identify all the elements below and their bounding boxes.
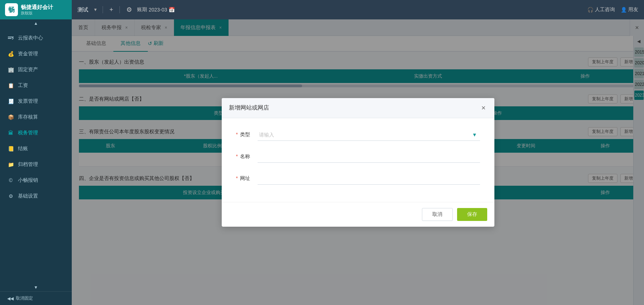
cancel-pin-label: 取消固定 [16,295,33,301]
name-label: * 名称 [236,153,258,160]
sidebar-label-payroll: 工资 [18,82,28,89]
url-input-wrap [258,173,480,185]
topbar-separator [103,6,103,13]
user-menu[interactable]: 👤 用友 [621,6,638,13]
tax-icon: 🏛 [7,129,14,137]
form-group-type: * 类型 ▼ [236,129,480,141]
form-group-name: * 名称 [236,151,480,163]
topbar-separator2 [119,6,120,13]
user-label: 用友 [628,6,638,13]
sidebar-footer[interactable]: ◀◀ 取消固定 [0,291,72,305]
inventory-icon: 📦 [7,114,14,121]
accounting-icon: 📒 [7,145,14,152]
name-input-wrap [258,151,480,163]
sidebar-item-xiaochang[interactable]: © 小畅报销 [0,172,72,188]
type-input[interactable] [258,129,480,141]
sidebar-label-xiaochang: 小畅报销 [18,177,38,184]
fund-icon: 💰 [7,50,14,57]
company-name[interactable]: 测试 [77,6,88,13]
sidebar-label-invoice: 发票管理 [18,98,38,105]
archive-icon: 📁 [7,161,14,168]
type-label: * 类型 [236,131,258,138]
sidebar-label-tax: 税务管理 [18,130,38,136]
headset-icon: 🎧 [587,7,593,13]
cloud-reports-icon [7,34,14,42]
url-required-mark: * [236,175,238,181]
calendar-icon[interactable]: 📅 [169,7,175,13]
topbar: 测试 ▼ + ⚙ 账期 2023-03 📅 🎧 人工咨询 👤 用友 [72,0,644,19]
user-icon: 👤 [621,7,627,13]
company-dropdown-icon[interactable]: ▼ [93,7,98,12]
customer-service[interactable]: 🎧 人工咨询 [587,6,615,13]
sidebar: 畅 畅捷通好会计 旗舰版 ▲ 云报表中心 💰 资金管理 🏢 固定资产 📋 工资 … [0,0,72,305]
sidebar-item-inventory[interactable]: 📦 库存核算 [0,109,72,125]
type-input-wrap: ▼ [258,129,480,141]
form-group-url: * 网址 [236,173,480,185]
logo-sub: 旗舰版 [21,10,53,16]
sidebar-label-inventory: 库存核算 [18,114,38,120]
sidebar-item-basic-settings[interactable]: ⚙ 基础设置 [0,188,72,204]
url-label: * 网址 [236,175,258,182]
add-website-modal: 新增网站或网店 × * 类型 ▼ * 名称 [222,98,494,227]
sidebar-scroll-up[interactable]: ▲ [0,19,72,27]
sidebar-item-invoice[interactable]: 🧾 发票管理 [0,93,72,109]
save-button[interactable]: 保存 [457,208,487,221]
period-display: 账期 2023-03 📅 [137,6,174,13]
sidebar-scroll-down[interactable]: ▼ [0,283,72,291]
modal-body: * 类型 ▼ * 名称 * [222,118,494,202]
add-button[interactable]: + [108,5,115,15]
sidebar-label-fixed: 固定资产 [18,66,38,73]
svg-rect-1 [8,38,11,39]
sidebar-item-archive[interactable]: 📁 归档管理 [0,157,72,172]
sidebar-item-accounting[interactable]: 📒 结账 [0,141,72,157]
service-label: 人工咨询 [595,6,615,13]
modal-title: 新增网站或网店 [229,104,269,112]
sidebar-item-payroll[interactable]: 📋 工资 [0,78,72,93]
sidebar-label-accounting: 结账 [18,145,28,152]
invoice-icon: 🧾 [7,98,14,105]
sidebar-nav: 云报表中心 💰 资金管理 🏢 固定资产 📋 工资 🧾 发票管理 📦 库存核算 🏛… [0,27,72,283]
name-input[interactable] [258,151,480,163]
sidebar-label-cloud-reports: 云报表中心 [18,35,43,41]
cancel-button[interactable]: 取消 [422,208,453,221]
modal-footer: 取消 保存 [222,202,494,227]
logo-text: 畅捷通好会计 [21,4,53,10]
sidebar-label-settings: 基础设置 [18,193,38,199]
modal-close-button[interactable]: × [480,104,487,112]
modal-overlay: 新增网站或网店 × * 类型 ▼ * 名称 [72,19,644,305]
sidebar-label-archive: 归档管理 [18,161,38,168]
name-required-mark: * [236,153,238,159]
period-value: 2023-03 [149,7,167,13]
xiaochang-icon: © [7,177,14,184]
topbar-right: 🎧 人工咨询 👤 用友 [587,6,638,13]
period-label: 账期 [137,6,147,13]
settings-icon: ⚙ [7,193,14,200]
sidebar-item-fixed-assets[interactable]: 🏢 固定资产 [0,62,72,78]
sidebar-logo: 畅 畅捷通好会计 旗舰版 [0,0,72,19]
sidebar-item-cloud-reports[interactable]: 云报表中心 [0,30,72,46]
svg-rect-0 [8,37,14,37]
payroll-icon: 📋 [7,82,14,89]
pin-icon: ◀◀ [7,296,14,301]
type-required-mark: * [236,131,238,137]
fixed-assets-icon: 🏢 [7,66,14,73]
url-input[interactable] [258,173,480,185]
settings-gear-icon[interactable]: ⚙ [125,4,133,15]
logo-icon: 畅 [5,3,18,16]
sidebar-item-tax[interactable]: 🏛 税务管理 [0,125,72,141]
sidebar-label-fund: 资金管理 [18,51,38,57]
modal-header: 新增网站或网店 × [222,98,494,118]
sidebar-item-fund-mgmt[interactable]: 💰 资金管理 [0,46,72,62]
